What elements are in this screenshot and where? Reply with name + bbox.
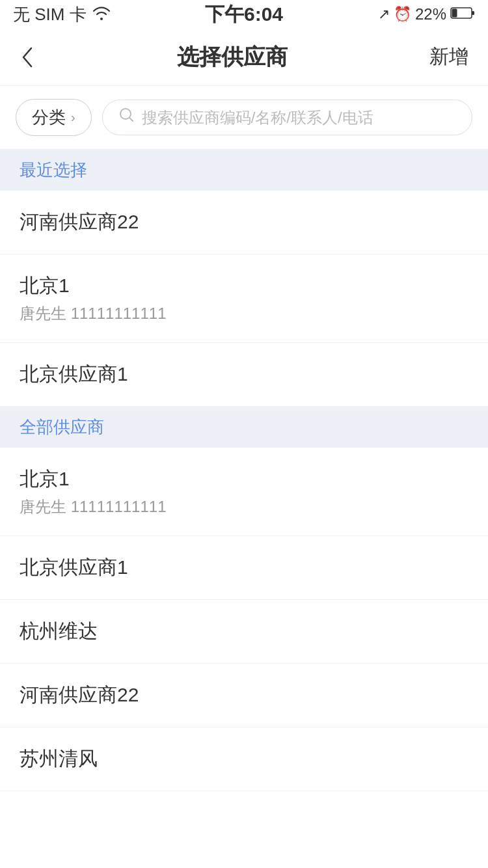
nav-bar: 选择供应商 新增 (0, 29, 488, 86)
supplier-name: 河南供应商22 (20, 682, 468, 709)
list-item[interactable]: 河南供应商22 (0, 191, 488, 254)
supplier-name: 河南供应商22 (20, 209, 468, 236)
supplier-name: 北京1 (20, 466, 468, 493)
svg-rect-2 (452, 9, 457, 18)
battery-icon (450, 5, 475, 23)
search-icon (118, 107, 135, 128)
list-item[interactable]: 北京1唐先生 11111111111 (0, 254, 488, 343)
back-button[interactable] (20, 44, 35, 70)
chevron-right-icon: › (71, 110, 75, 125)
wifi-icon (92, 5, 111, 25)
section-header-recent: 最近选择 (0, 150, 488, 191)
carrier-text: 无 SIM 卡 (13, 3, 87, 26)
supplier-name: 苏州清风 (20, 746, 468, 772)
add-button[interactable]: 新增 (429, 44, 468, 70)
supplier-name: 北京供应商1 (20, 554, 468, 581)
svg-rect-1 (472, 11, 474, 15)
search-placeholder: 搜索供应商编码/名称/联系人/电话 (142, 107, 373, 128)
list-item[interactable]: 北京1唐先生 11111111111 (0, 448, 488, 536)
status-carrier: 无 SIM 卡 (13, 3, 111, 26)
status-right: ↗ ⏰ 22% (378, 5, 475, 23)
supplier-name: 杭州维达 (20, 618, 468, 645)
alarm-icon: ⏰ (394, 6, 411, 23)
list-item[interactable]: 北京供应商1 (0, 536, 488, 600)
search-box[interactable]: 搜索供应商编码/名称/联系人/电话 (102, 100, 472, 135)
list-item[interactable]: 北京供应商1 (0, 343, 488, 407)
category-button[interactable]: 分类 › (16, 99, 92, 136)
supplier-contact: 唐先生 11111111111 (20, 303, 468, 324)
supplier-list: 最近选择河南供应商22北京1唐先生 11111111111北京供应商1全部供应商… (0, 150, 488, 791)
page-title: 选择供应商 (177, 42, 288, 72)
category-label: 分类 (32, 106, 66, 129)
status-time: 下午6:04 (205, 1, 283, 28)
supplier-name: 北京1 (20, 273, 468, 299)
list-item[interactable]: 苏州清风 (0, 727, 488, 791)
section-header-all: 全部供应商 (0, 407, 488, 448)
list-item[interactable]: 河南供应商22 (0, 664, 488, 727)
location-icon: ↗ (378, 6, 390, 23)
supplier-name: 北京供应商1 (20, 361, 468, 388)
list-item[interactable]: 杭州维达 (0, 600, 488, 664)
status-bar: 无 SIM 卡 下午6:04 ↗ ⏰ 22% (0, 0, 488, 29)
supplier-contact: 唐先生 11111111111 (20, 496, 468, 517)
battery-text: 22% (415, 5, 446, 23)
filter-bar: 分类 › 搜索供应商编码/名称/联系人/电话 (0, 86, 488, 150)
